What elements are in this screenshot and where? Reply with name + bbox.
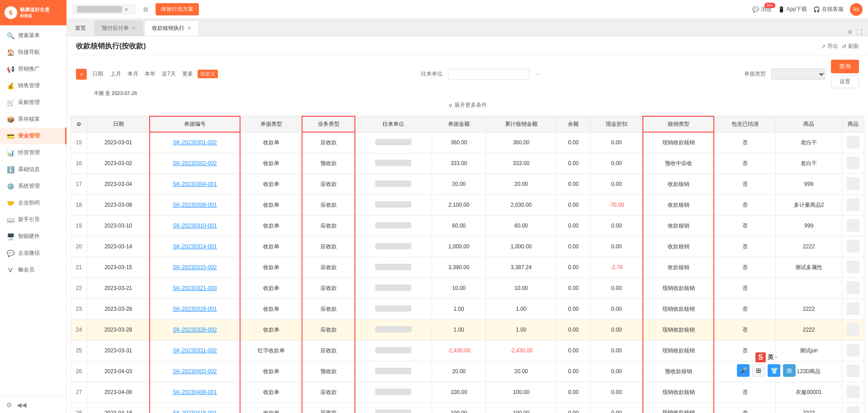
th-biz-type[interactable]: 业务类型 <box>302 116 355 132</box>
row-include-cleared: 否 <box>714 299 775 319</box>
industry-solution-button[interactable]: 体验行业方案 <box>156 3 199 15</box>
prepay-tab-close[interactable]: ✕ <box>132 25 136 31</box>
topbar-settings-icon[interactable]: ⚙ <box>139 3 152 16</box>
query-button[interactable]: 查询 <box>831 60 859 73</box>
watermark-plus-icon[interactable]: ⊞ <box>783 364 796 377</box>
export-button[interactable]: ↗ 导出 <box>821 43 838 50</box>
th-write-off-type[interactable]: 核销类型 <box>643 116 714 132</box>
sidebar-item-inventory[interactable]: 📦库存核算 <box>0 111 66 128</box>
settings-bottom-icon[interactable]: ⚙ <box>6 401 12 408</box>
doc-no-link[interactable]: SK-20230328-001 <box>173 306 217 312</box>
logo-icon: 6 <box>5 6 17 19</box>
sidebar-item-purchase[interactable]: 🛒采购管理 <box>0 94 66 111</box>
row-product2 <box>842 174 864 195</box>
this-month-btn[interactable]: 本月 <box>126 69 140 79</box>
watermark-mic-icon[interactable]: 🎤 <box>737 364 750 377</box>
row-cash-discount: 0.00 <box>590 236 643 257</box>
sidebar-item-basic[interactable]: ℹ️基础信息 <box>0 161 66 178</box>
expand-more-btn[interactable]: ∨ 展开更多条件 <box>448 100 487 111</box>
last-7days-btn[interactable]: 近7天 <box>160 69 178 79</box>
messages-button[interactable]: 💬 消息 99+ <box>752 5 772 13</box>
sidebar-item-operations[interactable]: 📊经营管理 <box>0 144 66 161</box>
doc-no-link[interactable]: SK-20230301-002 <box>173 139 217 146</box>
close-tab-icon[interactable]: ✕ <box>847 28 853 36</box>
th-settings[interactable]: ⚙ <box>71 116 87 132</box>
doc-no-link[interactable]: SK-20230314-001 <box>173 243 217 250</box>
row-amount: 3,390.00 <box>432 257 486 278</box>
th-balance[interactable]: 余额 <box>557 116 590 132</box>
sidebar-item-enterprise[interactable]: 🤝企业协同 <box>0 195 66 211</box>
doc-no-link[interactable]: SK-20230418-001 <box>173 410 217 413</box>
counterparty-input[interactable] <box>448 69 529 80</box>
doc-type-select[interactable] <box>771 68 826 80</box>
row-product2 <box>842 340 864 361</box>
collection-tab-close[interactable]: ✕ <box>187 25 191 31</box>
sidebar-item-member[interactable]: V畅会员 <box>0 261 66 278</box>
doc-no-link[interactable]: SK-20230315-002 <box>173 264 217 271</box>
tab-collection[interactable]: 收款核销执行 ✕ <box>144 20 199 36</box>
messages-badge: 99+ <box>764 3 775 8</box>
watermark-shirt-icon[interactable]: 👕 <box>768 364 780 377</box>
sidebar-item-sales[interactable]: 💰销售管理 <box>0 77 66 94</box>
row-biz-type: 预收款 <box>302 153 355 174</box>
sidebar-item-finance[interactable]: 💳资金管理 <box>0 128 66 144</box>
row-counterparty <box>355 319 432 340</box>
sidebar-label-operations: 经营管理 <box>18 149 40 157</box>
row-date: 2023-03-04 <box>87 174 150 195</box>
sidebar-item-guide[interactable]: 📖新手引导 <box>0 211 66 228</box>
th-written-off[interactable]: 累计核销金额 <box>486 116 557 132</box>
table-row: 17 2023-03-04 SK-20230304-001 收款单 应收款 20… <box>71 174 864 195</box>
watermark-grid-icon[interactable]: ⊞ <box>752 364 765 377</box>
doc-no-link[interactable]: SK-20230302-002 <box>173 160 217 166</box>
filter-toggle-button[interactable]: » <box>76 69 87 80</box>
th-amount[interactable]: 单据金额 <box>432 116 486 132</box>
sidebar-item-system[interactable]: ⚙️系统管理 <box>0 178 66 195</box>
doc-no-link[interactable]: SK-20230331-002 <box>173 347 217 354</box>
tab-home[interactable]: 首页 <box>68 21 93 36</box>
sidebar-item-wechat[interactable]: 💬企业微信 <box>0 245 66 261</box>
th-product2[interactable]: 商品 <box>842 116 864 132</box>
app-download-button[interactable]: 📱 App下载 <box>778 5 807 13</box>
custom-date-btn[interactable]: 自定义 <box>198 70 218 78</box>
topbar: 路径 ▼ ⚙ 体验行业方案 💬 消息 99+ 📱 App下载 🎧 在线客服 Ri… <box>67 0 868 19</box>
doc-no-link[interactable]: SK-20230310-001 <box>173 223 217 229</box>
user-avatar[interactable]: Rit <box>850 3 863 16</box>
content-header: 收款核销执行(按收款) ↗ 导出 ↺ 刷新 <box>67 36 868 55</box>
collapse-icon[interactable]: ◀◀ <box>17 401 27 408</box>
doc-no-link[interactable]: SK-20230403-002 <box>173 368 217 375</box>
th-doc-type[interactable]: 单据类型 <box>240 116 302 132</box>
table-row: 23 2023-03-28 SK-20230328-001 收款单 应收款 1.… <box>71 299 864 319</box>
sidebar-item-hardware[interactable]: 🖥️智能硬件 <box>0 228 66 245</box>
breadcrumb-path[interactable]: 路径 ▼ <box>72 4 136 14</box>
more-dates-btn[interactable]: 更多 <box>180 69 195 79</box>
filter-settings-button[interactable]: 设置 <box>831 75 859 88</box>
doc-no-link[interactable]: SK-20230408-001 <box>173 389 217 395</box>
this-year-btn[interactable]: 本年 <box>143 69 157 79</box>
doc-no-link[interactable]: SK-20230304-001 <box>173 181 217 187</box>
th-product[interactable]: 商品 <box>776 116 842 132</box>
sidebar-item-quick-nav[interactable]: 🏠快捷导航 <box>0 44 66 61</box>
counterparty-dots[interactable]: ··· <box>535 70 541 78</box>
doc-no-link[interactable]: SK-20230321-003 <box>173 285 217 291</box>
doc-no-link[interactable]: SK-20230328-002 <box>173 327 217 333</box>
th-cash-discount[interactable]: 现金折扣 <box>590 116 643 132</box>
th-include-cleared[interactable]: 包含已结清 <box>714 116 775 132</box>
sidebar-item-search[interactable]: 🔍搜索菜单 <box>0 27 66 44</box>
tab-prepay[interactable]: 预付应付单 ✕ <box>94 20 143 36</box>
maximize-icon[interactable]: ⛶ <box>856 28 863 36</box>
row-written-off: 20.00 <box>486 361 557 382</box>
online-support-button[interactable]: 🎧 在线客服 <box>813 5 844 13</box>
row-product2 <box>842 299 864 319</box>
watermark-dot: · <box>775 353 777 361</box>
sidebar-item-marketing[interactable]: 📢营销推广 <box>0 61 66 77</box>
th-date[interactable]: 日期 <box>87 116 150 132</box>
sidebar-icon-quick-nav: 🏠 <box>6 49 14 56</box>
last-month-btn[interactable]: 上月 <box>108 69 123 79</box>
row-num: 26 <box>71 361 87 382</box>
row-balance: 0.00 <box>557 319 590 340</box>
row-amount: 20.00 <box>432 361 486 382</box>
doc-no-link[interactable]: SK-20230308-001 <box>173 202 217 208</box>
refresh-button[interactable]: ↺ 刷新 <box>842 43 859 50</box>
th-counterparty[interactable]: 往来单位 <box>355 116 432 132</box>
th-doc-no[interactable]: 单据编号 <box>150 116 240 132</box>
